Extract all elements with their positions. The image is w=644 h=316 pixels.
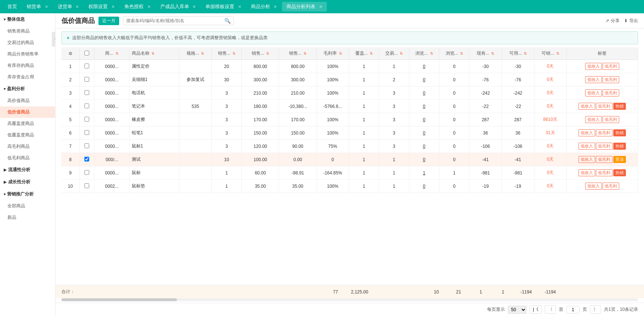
th-spec[interactable]: 规格... ⇅ [179,47,212,60]
close-analysis-list-icon[interactable]: ✕ [319,4,322,9]
nav-permissions[interactable]: 权限设置 ✕ [84,2,119,11]
pv-link[interactable]: 0 [423,104,426,109]
th-checkbox[interactable] [80,47,94,60]
cell-check[interactable] [80,180,94,193]
tag-2-0: 低收入 [585,89,602,96]
pv-link[interactable]: 0 [423,184,426,189]
pv-link[interactable]: 0 [423,130,426,136]
sidebar-group-profit[interactable]: ▾ 盈利分析 [0,83,55,95]
nav-templates[interactable]: 单据模板设置 ✕ [201,2,246,11]
row-checkbox-5[interactable] [84,130,89,135]
close-permissions-icon[interactable]: ✕ [111,4,115,9]
th-settings[interactable]: ⚙ [61,47,80,60]
pv-link[interactable]: 0 [423,64,426,69]
nav-purchase[interactable]: 进货单 ✕ [53,2,84,11]
footer-scrollbar-thumb[interactable] [61,298,177,301]
sidebar-item-high-value[interactable]: 高价值商品 [0,95,55,106]
pv-link[interactable]: 0 [423,91,426,96]
banner-text: 这部分商品的销售收入大幅低于商品平均销售收入，价值不高，可考虑调整营销策略，或是… [72,35,268,41]
th-code[interactable]: 商... ⇅ [94,47,129,60]
sidebar-collapse-btn[interactable]: 《 [52,32,56,47]
info-banner: ✦ 这部分商品的销售收入大幅低于商品平均销售收入，价值不高，可考虑调整营销策略，… [61,31,638,44]
pv-link[interactable]: 0 [423,117,426,122]
th-stock[interactable]: 现有... ⇅ [469,47,502,60]
row-checkbox-4[interactable] [84,117,89,122]
row-checkbox-0[interactable] [84,64,89,68]
sidebar-item-low-margin[interactable]: 低毛利商品 [0,152,55,164]
sidebar-item-in-stock[interactable]: 有库存的商品 [0,60,55,71]
cell-check[interactable] [80,73,94,86]
pv-link[interactable]: 0 [423,77,426,82]
close-analysis-icon[interactable]: ✕ [274,4,277,9]
th-sales-qty[interactable]: 销售... ⇅ [212,47,242,60]
sidebar-item-low-value[interactable]: 低价值商品 [0,106,55,118]
close-purchase-icon[interactable]: ✕ [76,4,79,9]
sidebar-item-category-rate[interactable]: 商品分类销售率 [0,48,55,60]
first-page-btn[interactable]: |《 [530,305,542,314]
row-checkbox-3[interactable] [84,103,89,108]
sidebar-group-circulation[interactable]: ▶ 流通性分析 [0,164,55,176]
cell-check[interactable] [80,166,94,180]
th-name[interactable]: 商品名称 ⇅ [129,47,179,60]
row-checkbox-7[interactable] [84,157,89,162]
period-button[interactable]: 近一月 [98,17,119,25]
sidebar-item-traded-goods[interactable]: 交易过的商品 [0,37,55,48]
sidebar-group-marketing[interactable]: ▾ 营销推广分析 [0,188,55,200]
close-sales-icon[interactable]: ✕ [45,4,48,9]
nav-analysis-list[interactable]: 商品分析列表 ✕ [282,2,327,11]
cell-check[interactable] [80,140,94,153]
th-sales-price[interactable]: 销售... ⇅ [279,47,316,60]
pv-link[interactable]: 1 [423,170,426,176]
prev-page-btn[interactable]: 〈 [545,305,556,314]
tag-1-0: 低收入 [585,76,602,83]
th-tags[interactable]: 标签 [567,47,638,60]
share-button[interactable]: ⇗ 分享 [606,18,620,24]
nav-sales[interactable]: 销货单 ✕ [22,2,53,11]
th-trade[interactable]: 交易... ⇅ [379,47,409,60]
search-icon[interactable]: 🔍 [224,18,231,24]
close-roles-icon[interactable]: ✕ [147,4,151,9]
cell-check[interactable] [80,60,94,73]
pv-link[interactable]: 0 [423,144,426,149]
nav-home[interactable]: 首页 [3,2,21,11]
th-gross[interactable]: 毛利率 ⇅ [316,47,349,60]
cell-check[interactable] [80,153,94,166]
footer-scrollbar[interactable] [61,298,638,301]
sidebar-item-stock-fund[interactable]: 库存资金占用 [0,71,55,83]
row-checkbox-1[interactable] [84,77,89,82]
row-checkbox-2[interactable] [84,90,89,95]
per-page-select[interactable]: 50 20 100 [508,306,527,314]
cell-check[interactable] [80,86,94,100]
row-checkbox-6[interactable] [84,143,89,148]
sidebar-item-high-coverage[interactable]: 高覆盖度商品 [0,118,55,129]
cell-check[interactable] [80,126,94,140]
next-page-btn[interactable]: 〉 [590,305,601,314]
sidebar-item-high-margin[interactable]: 高毛利商品 [0,141,55,152]
nav-products[interactable]: 产成品入库单 ✕ [156,2,201,11]
search-input[interactable] [126,18,222,23]
th-sellable[interactable]: 可销... ⇅ [534,47,567,60]
page-input[interactable] [566,306,580,313]
th-pv[interactable]: 浏览... ⇅ [409,47,439,60]
th-avail[interactable]: 可用... ⇅ [502,47,534,60]
sidebar-item-low-coverage[interactable]: 低覆盖度商品 [0,129,55,141]
row-checkbox-9[interactable] [84,183,89,188]
close-templates-icon[interactable]: ✕ [238,4,241,9]
sidebar-item-all-goods[interactable]: 全部商品 [0,200,55,212]
cell-check[interactable] [80,100,94,113]
th-sales-amt[interactable]: 销售... ⇅ [242,47,279,60]
pv-link[interactable]: 0 [423,157,426,162]
nav-analysis[interactable]: 商品分析 ✕ [246,2,282,11]
row-checkbox-8[interactable] [84,170,89,175]
sidebar-group-growth[interactable]: ▶ 成长性分析 [0,176,55,188]
sidebar-item-sales-goods[interactable]: 销售类商品 [0,26,55,37]
select-all-checkbox[interactable] [84,51,89,55]
th-cover[interactable]: 覆盖... ⇅ [349,47,379,60]
th-uv[interactable]: 浏览... ⇅ [439,47,469,60]
sidebar-group-overall[interactable]: ▾ 整体信息 [0,13,55,26]
close-products-icon[interactable]: ✕ [192,4,196,9]
sidebar-item-new-goods[interactable]: 新品 [0,212,55,223]
nav-roles[interactable]: 角色授权 ✕ [120,2,155,11]
cell-check[interactable] [80,113,94,126]
export-button[interactable]: ⬇ 导出 [624,18,638,24]
